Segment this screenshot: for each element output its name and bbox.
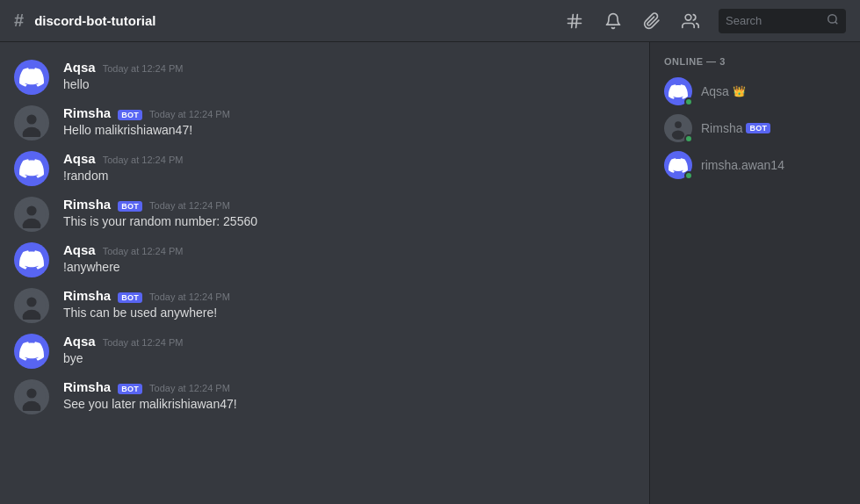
timestamp: Today at 12:24 PM [103, 155, 184, 165]
svg-point-0 [685, 14, 691, 20]
bot-badge: BOT [746, 123, 770, 133]
message-text: !random [63, 168, 635, 185]
svg-point-12 [26, 388, 36, 398]
username: Aqsa [63, 334, 96, 349]
bot-badge: BOT [118, 384, 142, 394]
notifications-icon[interactable] [603, 11, 624, 32]
message-content: AqsaToday at 12:24 PM!random [63, 151, 635, 186]
message-text: !anywhere [63, 259, 635, 277]
svg-point-14 [675, 121, 682, 128]
username: Rimsha [63, 288, 111, 303]
online-header: ONLINE — 3 [657, 56, 853, 67]
svg-point-1 [828, 15, 836, 23]
message-header: AqsaToday at 12:24 PM [63, 242, 635, 257]
message-group: AqsaToday at 12:24 PM!random [0, 148, 649, 190]
member-avatar [664, 151, 692, 179]
message-group: AqsaToday at 12:24 PM!anywhere [0, 239, 649, 281]
avatar [14, 60, 49, 95]
message-content: AqsaToday at 12:24 PMhello [63, 60, 635, 95]
header-toolbar [564, 9, 846, 33]
message-content: RimshaBOTToday at 12:24 PMThis is your r… [63, 197, 635, 232]
hashtag-icon[interactable] [564, 11, 585, 32]
message-group: RimshaBOTToday at 12:24 PMHello malikris… [0, 102, 649, 144]
members-icon[interactable] [680, 11, 701, 32]
pin-icon[interactable] [641, 11, 662, 32]
bot-badge: BOT [118, 201, 142, 212]
member-avatar [664, 114, 692, 142]
avatar [14, 197, 49, 232]
channel-header: # discord-bot-tutorial [0, 0, 860, 42]
member-name-label: Aqsa [701, 84, 729, 98]
avatar [14, 334, 49, 369]
online-member[interactable]: rimsha.awan14 [657, 148, 853, 183]
avatar [14, 288, 49, 323]
timestamp: Today at 12:24 PM [149, 109, 230, 119]
timestamp: Today at 12:24 PM [149, 383, 230, 393]
member-name-label: Rimsha [701, 121, 742, 135]
message-header: RimshaBOTToday at 12:24 PM [63, 379, 635, 394]
main-content: AqsaToday at 12:24 PMhello RimshaBOTToda… [0, 42, 860, 504]
message-text: See you later malikrishiawan47! [63, 396, 635, 414]
svg-point-15 [672, 131, 684, 140]
member-name: rimsha.awan14 [701, 158, 784, 172]
username: Aqsa [63, 242, 96, 257]
avatar [14, 242, 49, 277]
bot-badge: BOT [118, 292, 142, 303]
message-text: Hello malikrishiawan47! [63, 122, 635, 140]
message-text: bye [63, 350, 635, 368]
online-status-dot [684, 134, 693, 143]
member-avatar [664, 77, 692, 105]
crown-icon: 👑 [733, 85, 746, 97]
chat-area[interactable]: AqsaToday at 12:24 PMhello RimshaBOTToda… [0, 42, 649, 504]
online-member[interactable]: RimshaBOT [657, 111, 853, 146]
message-header: RimshaBOTToday at 12:24 PM [63, 105, 635, 120]
message-group: RimshaBOTToday at 12:24 PMThis is your r… [0, 193, 649, 235]
message-text: hello [63, 76, 635, 94]
message-content: RimshaBOTToday at 12:24 PMSee you later … [63, 379, 635, 414]
message-text: This can be used anywhere! [63, 305, 635, 322]
username: Aqsa [63, 151, 96, 166]
search-bar[interactable] [719, 9, 846, 33]
timestamp: Today at 12:24 PM [103, 337, 184, 348]
timestamp: Today at 12:24 PM [103, 63, 184, 74]
svg-point-3 [26, 114, 36, 124]
message-content: AqsaToday at 12:24 PM!anywhere [63, 242, 635, 277]
online-member[interactable]: Aqsa👑 [657, 74, 853, 109]
message-group: AqsaToday at 12:24 PMbye [0, 330, 649, 372]
message-content: AqsaToday at 12:24 PMbye [63, 334, 635, 369]
message-header: RimshaBOTToday at 12:24 PM [63, 197, 635, 212]
member-name: Aqsa👑 [701, 84, 746, 98]
username: Aqsa [63, 60, 96, 75]
channel-hash-icon: # [14, 11, 24, 31]
message-group: RimshaBOTToday at 12:24 PMSee you later … [0, 376, 649, 418]
avatar [14, 151, 49, 186]
message-header: AqsaToday at 12:24 PM [63, 151, 635, 166]
svg-point-9 [26, 297, 36, 306]
message-text: This is your random number: 25560 [63, 213, 635, 231]
message-content: RimshaBOTToday at 12:24 PMThis can be us… [63, 288, 635, 323]
online-status-dot [684, 171, 693, 180]
message-header: AqsaToday at 12:24 PM [63, 334, 635, 349]
username: Rimsha [63, 105, 111, 120]
search-input[interactable] [726, 14, 821, 27]
timestamp: Today at 12:24 PM [149, 200, 230, 211]
svg-point-6 [26, 205, 36, 215]
avatar [14, 379, 49, 414]
timestamp: Today at 12:24 PM [149, 292, 230, 302]
username: Rimsha [63, 197, 111, 212]
message-content: RimshaBOTToday at 12:24 PMHello malikris… [63, 105, 635, 140]
bot-badge: BOT [118, 110, 142, 120]
search-icon [827, 13, 839, 28]
timestamp: Today at 12:24 PM [103, 246, 184, 256]
online-status-dot [684, 97, 693, 106]
member-name: RimshaBOT [701, 121, 770, 135]
member-name-label: rimsha.awan14 [701, 158, 784, 172]
avatar [14, 105, 49, 140]
channel-name: discord-bot-tutorial [34, 13, 155, 28]
message-header: AqsaToday at 12:24 PM [63, 60, 635, 75]
message-header: RimshaBOTToday at 12:24 PM [63, 288, 635, 303]
username: Rimsha [63, 379, 111, 394]
message-group: RimshaBOTToday at 12:24 PMThis can be us… [0, 284, 649, 327]
message-group: AqsaToday at 12:24 PMhello [0, 56, 649, 98]
online-sidebar: ONLINE — 3 Aqsa👑RimshaBOT rimsha.awan14 [649, 42, 860, 504]
